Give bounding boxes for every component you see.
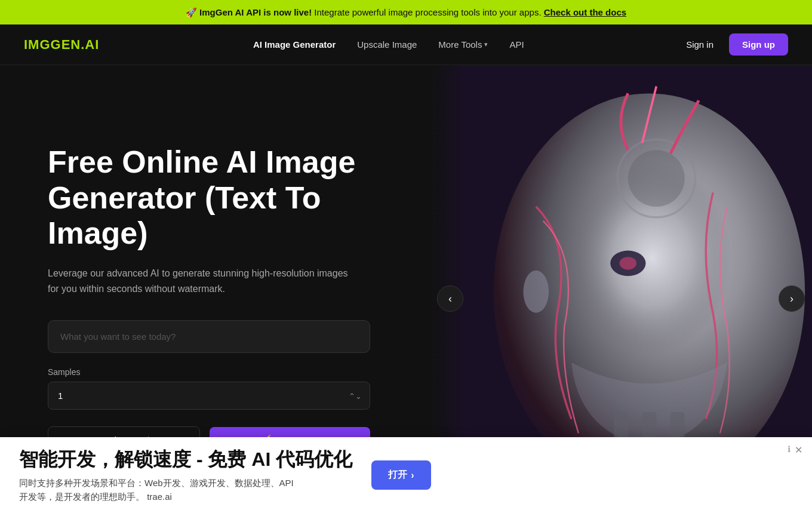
navbar: IMGGEN.AI AI Image Generator Upscale Ima… [0,24,812,65]
ad-cta-arrow-icon: › [411,470,414,481]
announcement-rocket: 🚀 [186,7,197,17]
chevron-down-icon: ▾ [484,41,488,48]
svg-point-4 [628,150,685,207]
signup-button[interactable]: Sign up [729,33,788,56]
announcement-cta[interactable]: Check out the docs [544,7,626,17]
samples-select[interactable]: 1 2 3 4 [48,382,370,410]
announcement-text: Integrate powerful image processing tool… [314,7,541,17]
logo-ai: AI [85,37,99,52]
ad-cta-button[interactable]: 打开 › [371,460,430,490]
nav-ai-image-generator[interactable]: AI Image Generator [245,35,344,54]
auth-actions: Sign in Sign up [678,33,788,56]
nav-upscale-image[interactable]: Upscale Image [349,35,425,54]
chevron-left-icon: ‹ [448,293,452,305]
logo[interactable]: IMGGEN.AI [24,37,99,53]
ad-banner-content: 智能开发，解锁速度 - 免费 AI 代码优化 同时支持多种开发场景和平台：Web… [19,447,352,503]
nav-more-tools-label: More Tools [438,39,482,50]
ad-banner: ℹ ✕ 智能开发，解锁速度 - 免费 AI 代码优化 同时支持多种开发场景和平台… [0,437,812,513]
carousel-prev-button[interactable]: ‹ [437,285,463,312]
signin-button[interactable]: Sign in [678,35,722,54]
chevron-right-icon: › [790,293,793,305]
ad-cta-label: 打开 [388,469,407,481]
announcement-bold: ImgGen AI API is now live! [199,7,312,17]
nav-more-tools[interactable]: More Tools ▾ [430,35,496,54]
svg-point-6 [620,257,636,269]
ad-close-button[interactable]: ✕ [795,444,802,456]
announcement-banner: 🚀 ImgGen AI API is now live! Integrate p… [0,0,812,24]
samples-select-wrapper: 1 2 3 4 ⌃⌄ [48,382,370,410]
carousel-next-button[interactable]: › [779,285,805,312]
ad-banner-sub-text: 同时支持多种开发场景和平台：Web开发、游戏开发、数据处理、API开发等，是开发… [19,477,294,503]
logo-text: IMGGEN [24,37,81,52]
nav-links: AI Image Generator Upscale Image More To… [245,35,533,54]
hero-title: Free Online AI Image Generator (Text To … [48,145,394,251]
svg-point-7 [523,271,549,313]
ad-info-button[interactable]: ℹ [788,444,791,454]
ad-banner-main-text: 智能开发，解锁速度 - 免费 AI 代码优化 [19,447,352,473]
hero-subtitle: Leverage our advanced AI to generate stu… [48,266,358,296]
samples-label: Samples [48,367,394,377]
prompt-input[interactable] [48,320,370,353]
nav-api[interactable]: API [501,35,532,54]
